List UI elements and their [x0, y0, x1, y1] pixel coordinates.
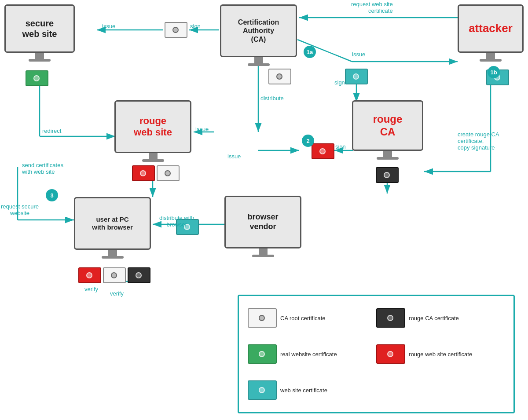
monitor-base — [29, 59, 51, 62]
cert-user-white — [103, 267, 126, 283]
label-issue-top: issue — [102, 23, 115, 29]
monitor-stand-ca — [254, 57, 263, 63]
step-1a: 1a — [304, 46, 316, 58]
legend-box: CA root certificate rouge CA certificate — [238, 295, 515, 413]
monitor-attacker: attacker — [458, 4, 524, 62]
monitor-ca: Certification Authority (CA) — [220, 4, 297, 66]
monitor-browser-vendor: browser vendor — [224, 196, 301, 257]
cert-rouge-web-r — [132, 165, 155, 181]
rouge-web-label: rouge web site — [134, 115, 172, 139]
monitor-base-rc — [377, 157, 399, 160]
monitor-stand — [35, 53, 44, 59]
monitor-base-ca — [248, 63, 270, 66]
monitor-base-rw — [142, 159, 164, 162]
monitor-stand-bv — [259, 248, 268, 255]
label-send-certs: send certificates with web site — [22, 162, 63, 175]
legend-label-real-web: real website certificate — [280, 351, 337, 358]
legend-item-web-site: web site certificate — [248, 377, 371, 403]
label-sign-top: sign — [190, 23, 201, 29]
label-redirect: redirect — [42, 128, 61, 134]
label-sign2: sign — [335, 143, 346, 150]
monitor-stand-up — [108, 250, 117, 256]
monitor-base-bv — [252, 255, 274, 257]
attacker-label: attacker — [469, 22, 513, 35]
rouge-ca-label: rouge CA — [373, 113, 403, 139]
user-pc-label: user at PC with browser — [92, 215, 133, 231]
cert-sign-top — [165, 22, 187, 38]
label-verify2: verify — [110, 290, 124, 297]
cert-issued-attacker — [345, 69, 368, 84]
label-request-web-cert: request web site certificate — [351, 1, 393, 14]
legend-item-rouge-web: rouge web site certificate — [376, 341, 499, 367]
legend-label-ca-root: CA root certificate — [280, 315, 326, 321]
cert-rouge-ca — [376, 167, 399, 183]
label-request-secure: request secure website — [0, 203, 40, 216]
browser-vendor-label: browser vendor — [247, 212, 278, 231]
label-sign-attacker: sign — [334, 79, 345, 86]
cert-legend-red — [376, 344, 405, 364]
cert-secure-web — [26, 70, 48, 86]
monitor-stand-attacker — [486, 53, 495, 59]
monitor-rouge-ca: rouge CA — [352, 100, 423, 160]
monitor-secure-web: secure web site — [4, 4, 75, 62]
label-issue-attacker: issue — [352, 51, 365, 58]
diagram: secure web site Certification Authority … — [0, 0, 528, 420]
cert-rouge-2 — [312, 143, 334, 159]
monitor-base-up — [102, 256, 124, 259]
legend-item-rouge-ca: rouge CA certificate — [376, 305, 499, 331]
legend-item-ca-root: CA root certificate — [248, 305, 371, 331]
label-create-rouge-ca: create rouge CA certificate, copy signat… — [458, 131, 499, 151]
label-rouge-issue: issue — [195, 126, 209, 132]
legend-label-rouge-ca: rouge CA certificate — [409, 315, 458, 321]
monitor-base-attacker — [480, 59, 502, 62]
cert-legend-teal — [248, 380, 277, 400]
monitor-stand-rc — [383, 151, 392, 157]
label-issue-rouge: issue — [227, 153, 241, 160]
secure-web-label: secure web site — [22, 18, 57, 39]
cert-legend-black — [376, 308, 405, 328]
cert-legend-white — [248, 308, 277, 328]
cert-user-red — [78, 267, 101, 283]
step-1b: 1b — [488, 66, 500, 78]
cert-user-black — [128, 267, 150, 283]
legend-label-web-site: web site certificate — [280, 387, 327, 394]
step-2: 2 — [302, 135, 314, 147]
cert-legend-green — [248, 344, 277, 364]
monitor-user-pc: user at PC with browser — [74, 197, 151, 259]
label-distribute: distribute — [260, 95, 284, 102]
monitor-rouge-web: rouge web site — [114, 100, 191, 162]
legend-item-real-web: real website certificate — [248, 341, 371, 367]
ca-label: Certification Authority (CA) — [238, 18, 279, 44]
label-distribute-browser: distribute with browser — [159, 215, 194, 228]
monitor-stand-rw — [149, 153, 158, 159]
cert-rouge-web-w — [157, 165, 180, 181]
label-verify1: verify — [84, 286, 98, 292]
cert-ca-root — [268, 69, 291, 84]
legend-label-rouge-web: rouge web site certificate — [409, 351, 472, 358]
step-3: 3 — [46, 189, 58, 201]
